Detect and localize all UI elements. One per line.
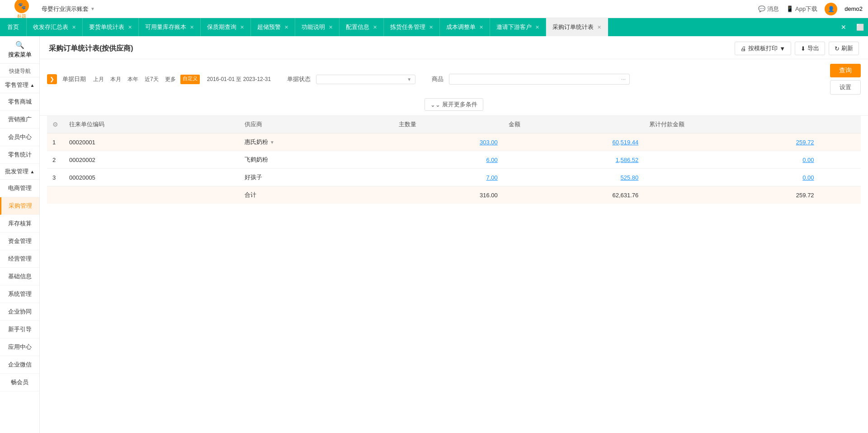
sidebar-item-operations[interactable]: 经营管理 (0, 250, 39, 268)
filter-toggle-btn[interactable]: ❯ (47, 74, 57, 84)
sidebar-item-retail-shop[interactable]: 零售商城 (0, 93, 39, 111)
sidebar-item-enterprise[interactable]: 企业协同 (0, 303, 39, 321)
tab-peizhi-close-icon[interactable]: ✕ (373, 24, 377, 30)
sidebar-item-finance-label: 资金管理 (8, 237, 32, 245)
date-btn-last-month[interactable]: 上月 (91, 75, 106, 84)
row3-index: 3 (47, 169, 64, 186)
goods-input-more-icon[interactable]: ··· (621, 76, 626, 82)
tab-chaochuyu[interactable]: 超储预警 ✕ (251, 18, 295, 36)
tab-jian-label: 拣货任务管理 (390, 23, 425, 31)
sidebar-item-ecommerce[interactable]: 电商管理 (0, 180, 39, 197)
main-layout: 🔍 搜索菜单 快捷导航 零售管理 ▲ 零售商城 营销推广 会员中心 零售统计 (0, 36, 868, 433)
tab-baozhi-close-icon[interactable]: ✕ (240, 24, 244, 30)
col-quantity: 主数量 (393, 116, 503, 133)
filter-settings-btn[interactable]: 设置 (830, 80, 861, 95)
row1-supplier-arrow-icon: ▼ (270, 140, 274, 145)
app-download-btn[interactable]: 📱 App下载 (786, 5, 817, 13)
row2-amount-link[interactable]: 1,586.52 (616, 157, 639, 163)
sidebar-item-retail-manage[interactable]: 零售管理 ▲ (0, 77, 39, 93)
tab-gongneng[interactable]: 功能说明 ✕ (295, 18, 340, 36)
status-select[interactable]: ▼ (316, 75, 415, 84)
sidebar-item-wholesale[interactable]: 批发管理 ▲ (0, 164, 39, 180)
row3-quantity-link[interactable]: 7.00 (486, 174, 497, 181)
tab-shoufacun[interactable]: 收发存汇总表 ✕ (27, 18, 83, 36)
sidebar-item-retail-stat[interactable]: 零售统计 (0, 146, 39, 164)
table-settings-icon[interactable]: ⚙ (52, 121, 58, 128)
tab-shoufacun-close-icon[interactable]: ✕ (72, 24, 76, 30)
tab-chengben[interactable]: 成本调整单 ✕ (440, 18, 490, 36)
tab-chengben-label: 成本调整单 (446, 23, 476, 31)
tab-chengben-close-icon[interactable]: ✕ (479, 24, 483, 30)
tab-yaoqing[interactable]: 邀请下游客户 ✕ (490, 18, 546, 36)
row1-quantity-link[interactable]: 303.00 (480, 139, 498, 146)
sidebar-item-basic-info[interactable]: 基础信息 (0, 268, 39, 285)
row2-paid-link[interactable]: 0.00 (802, 157, 814, 163)
row1-paid-link[interactable]: 259.72 (796, 139, 814, 146)
sidebar-item-operations-label: 经营管理 (8, 255, 32, 263)
sidebar-item-marketing[interactable]: 营销推广 (0, 111, 39, 128)
tab-jian-close-icon[interactable]: ✕ (429, 24, 433, 30)
search-menu-label: 搜索菜单 (8, 51, 32, 59)
sidebar-quicknav-btn[interactable]: 快捷导航 (0, 64, 39, 77)
sidebar-item-retail-shop-label: 零售商城 (8, 98, 32, 106)
tab-maximize-btn[interactable]: ⬜ (852, 18, 868, 36)
sidebar-item-system[interactable]: 系统管理 (0, 285, 39, 303)
tab-gongneng-close-icon[interactable]: ✕ (329, 24, 333, 30)
query-btn[interactable]: 查询 (830, 64, 861, 77)
sidebar-item-wechat[interactable]: 企业微信 (0, 356, 39, 374)
print-btn[interactable]: 🖨 按模板打印 ▼ (735, 42, 791, 55)
col-extra (820, 116, 861, 133)
col-amount: 金额 (503, 116, 644, 133)
col-supplier: 供应商 (239, 116, 393, 133)
tab-keyongliang-close-icon[interactable]: ✕ (190, 24, 194, 30)
tab-yaoqing-close-icon[interactable]: ✕ (535, 24, 539, 30)
sidebar-item-purchase[interactable]: 采购管理 (0, 197, 39, 215)
date-btn-this-year[interactable]: 本年 (126, 75, 140, 84)
col-settings: ⚙ (47, 116, 64, 133)
sidebar-search-section[interactable]: 🔍 搜索菜单 (0, 36, 39, 64)
date-btn-7days[interactable]: 近7天 (143, 75, 160, 84)
row2-quantity-link[interactable]: 6.00 (486, 157, 497, 163)
refresh-btn[interactable]: ↻ 刷新 (829, 42, 859, 55)
tab-caigou-close-icon[interactable]: ✕ (597, 24, 601, 30)
sidebar-item-finance[interactable]: 资金管理 (0, 233, 39, 250)
row3-paid-link[interactable]: 0.00 (802, 174, 814, 181)
tab-home[interactable]: 首页 (0, 18, 27, 36)
footer-empty1 (47, 186, 64, 204)
sidebar-item-inventory[interactable]: 库存核算 (0, 215, 39, 233)
sidebar-item-newbie[interactable]: 新手引导 (0, 321, 39, 338)
tab-peizhi[interactable]: 配置信息 ✕ (340, 18, 384, 36)
table-row: 2 00020002 飞鹤奶粉 6.00 1,586.52 0.00 (47, 151, 861, 169)
sidebar-item-member[interactable]: 会员中心 (0, 128, 39, 146)
tab-baozhi[interactable]: 保质期查询 ✕ (201, 18, 251, 36)
sidebar-item-vip[interactable]: 畅会员 (0, 374, 39, 391)
tab-chaochuyu-close-icon[interactable]: ✕ (284, 24, 288, 30)
page-title: 采购订单统计表(按供应商) (49, 44, 133, 53)
tab-yaohuo[interactable]: 要货单统计表 ✕ (83, 18, 139, 36)
expand-more-btn[interactable]: ⌄⌄ 展开更多条件 (425, 98, 483, 111)
user-avatar-text: 👤 (828, 6, 835, 12)
export-btn[interactable]: ⬇ 导出 (795, 42, 825, 55)
search-menu-btn[interactable]: 🔍 搜索菜单 (4, 41, 36, 59)
account-selector[interactable]: 母婴行业演示账套 ▼ (42, 5, 95, 13)
date-btn-this-month[interactable]: 本月 (108, 75, 123, 84)
row1-amount-link[interactable]: 60,519.44 (612, 139, 638, 146)
tab-close-all-btn[interactable]: ✕ (835, 18, 852, 36)
tab-jian[interactable]: 拣货任务管理 ✕ (384, 18, 440, 36)
row3-amount-link[interactable]: 525.80 (621, 174, 639, 181)
print-label: 按模板打印 (748, 44, 778, 52)
date-btn-more[interactable]: 更多 (163, 75, 178, 84)
goods-input[interactable]: ··· (449, 74, 630, 85)
filter-actions: 查询 设置 (830, 64, 861, 95)
data-table: ⚙ 往来单位编码 供应商 主数量 金额 累计付款金额 (47, 116, 861, 204)
row1-quantity: 303.00 (393, 133, 503, 151)
footer-amount: 62,631.76 (503, 186, 644, 204)
user-avatar[interactable]: 👤 (825, 3, 837, 15)
tab-yaohuo-close-icon[interactable]: ✕ (128, 24, 132, 30)
tab-keyongliang[interactable]: 可用量库存账本 ✕ (139, 18, 201, 36)
sidebar-item-vip-label: 畅会员 (11, 378, 28, 386)
tab-caigou[interactable]: 采购订单统计表 ✕ (546, 18, 608, 36)
user-name[interactable]: demo2 (844, 5, 863, 12)
message-btn[interactable]: 💬 消息 (758, 5, 779, 13)
sidebar-item-app-center[interactable]: 应用中心 (0, 338, 39, 356)
